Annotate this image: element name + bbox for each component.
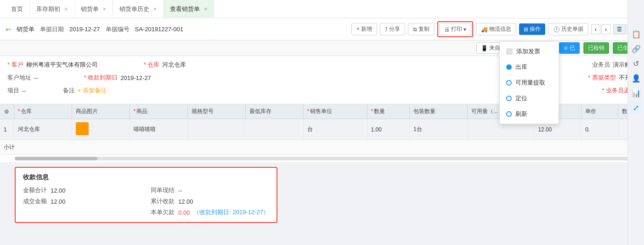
payment-grid: 金额合计 12.00 同单现结 -- 成交金额 12.00 累计收款 12.00 [23,186,269,217]
copy-icon: ⧉ [413,26,417,33]
print-label: 打印 [451,25,462,33]
dropdown-location[interactable]: 定位 [500,91,559,106]
view-list-btn[interactable]: ☰ [613,24,626,34]
copy-label: 复制 [418,25,429,33]
sidebar-icon-5[interactable]: 📊 [630,86,643,99]
payment-area: 收款信息 金额合计 12.00 同单现结 -- 成交金额 12.00 累计收款 … [0,162,644,232]
tab-home[interactable]: 首页 [5,0,30,18]
transaction-amount-label: 成交金额 [23,197,47,205]
available-qty-icon [506,80,512,85]
tab-sales-order[interactable]: 销货单 × [74,0,113,18]
customer-value: 柳州粤港平安气体有限公司 [26,61,98,69]
product-image [76,122,89,135]
refresh-label: 刷新 [515,110,527,118]
amount-total-label: 金额合计 [23,186,47,194]
tab-bar: 首页 库存期初 × 销货单 × 销货单历史 × 查看销货单 × × [0,0,644,18]
out-stock-label: 出库 [515,63,527,71]
share-label: 分享 [389,25,400,33]
out-stock-icon [506,64,512,70]
tab-sales-history-close[interactable]: × [153,6,157,12]
current-arrears-value: 0.00 [178,209,190,216]
print-chevron: ▾ [463,26,466,33]
scrollbar-thumb[interactable] [15,157,97,160]
toolbar-actions: + 新增 ⤴ 分享 ⧉ 复制 🖨 打印 ▾ 🚚 物流信息 ⊞ [351,21,638,37]
history-icon: 🕐 [553,26,560,33]
row-quantity: 1.00 [367,119,409,140]
col-unit-price: 单价 [582,104,618,119]
logistics-button[interactable]: 🚚 物流信息 [476,23,516,35]
location-label: 定位 [515,94,527,103]
payment-row-cumulative: 累计收款 12.00 [151,197,269,205]
col-product: *商品 [130,104,187,119]
tab-sales-history[interactable]: 销货单历史 × [113,0,164,18]
col-warehouse: *仓库 [14,104,72,119]
warehouse-label: * 仓库 [144,61,160,69]
subtotal-row: 小计 [0,140,644,155]
row-index: 1 [0,119,14,140]
payment-row-arrears: 本单欠款 0.00 （收款到期日: 2019-12-27） [151,208,269,217]
warehouse-group: * 仓库 河北仓库 [144,61,186,69]
due-date-value: 2019-12-27 [120,74,151,81]
col-spec: 规格型号 [187,104,245,119]
payment-row-transaction: 成交金额 12.00 [23,197,141,205]
payment-section: 收款信息 金额合计 12.00 同单现结 -- 成交金额 12.00 累计收款 … [15,167,277,223]
tab-sales-label: 销货单 [81,5,99,13]
payment-row-same-settle: 同单现结 -- [151,186,269,194]
tab-sales-history-label: 销货单历史 [119,5,149,13]
print-icon: 🖨 [444,26,450,33]
confirm-btn[interactable]: ⊙ 已 [559,42,580,54]
add-invoice-label: 添加发票 [516,47,540,56]
table-scrollbar[interactable] [0,155,644,162]
transaction-amount-value: 12.00 [51,198,66,205]
tab-inventory-close[interactable]: × [64,6,68,12]
cumulative-receipt-value: 12.00 [178,198,193,205]
cumulative-receipt-label: 累计收款 [151,197,175,205]
dropdown-out-stock[interactable]: 出库 [500,59,559,75]
tab-inventory-label: 库存期初 [36,5,60,13]
print-button[interactable]: 🖨 打印 ▾ [439,23,471,35]
sidebar-icon-1[interactable]: 📋 [630,28,643,40]
project-value: -- [22,87,26,94]
share-button[interactable]: ⤴ 分享 [380,23,405,35]
doc-number-value: SA-20191227-001 [135,26,184,33]
available-qty-label: 可用量提取 [515,79,545,87]
current-arrears-label: 本单欠款 [151,208,175,217]
add-note-btn[interactable]: + 添加备注 [78,86,107,95]
note-group: 备注 + 添加备注 [63,86,107,95]
sidebar-icon-4[interactable]: 👤 [630,72,643,85]
copy-button[interactable]: ⧉ 复制 [408,23,435,35]
logistics-icon: 🚚 [481,26,488,33]
col-min-stock: 最低库存 [245,104,303,119]
refresh-icon [506,111,512,117]
tab-inventory-init[interactable]: 库存期初 × [30,0,74,18]
doc-date-value: 2019-12-27 [69,26,100,33]
col-settings[interactable]: ⚙ [0,104,14,119]
scrollbar-track[interactable] [15,157,629,160]
operator-label: 业务员 [592,61,610,69]
payment-title: 收款信息 [23,173,269,182]
payment-row-amount: 金额合计 12.00 [23,186,141,194]
nav-arrows: ‹ › [591,24,610,34]
sidebar-icon-3[interactable]: ↺ [630,57,643,70]
dropdown-add-invoice[interactable]: 添加发票 [500,44,559,59]
tab-view-sales-close[interactable]: × [204,6,207,12]
dropdown-available-qty[interactable]: 可用量提取 [500,75,559,91]
dropdown-refresh[interactable]: 刷新 [500,106,559,122]
nav-next-btn[interactable]: › [601,24,610,34]
project-group: 项目 -- [7,86,26,95]
project-label: 项目 [7,86,19,95]
doc-type-icon: ↩ [6,26,11,33]
right-sidebar: 📋 🔗 ↺ 👤 📊 ⤢ [627,0,644,245]
doc-type-label: 销货单 [17,25,34,34]
nav-prev-btn[interactable]: ‹ [591,24,600,34]
sold-btn[interactable]: 已核销 [583,42,609,54]
sidebar-icon-expand[interactable]: ⤢ [630,101,643,114]
tab-view-sales[interactable]: 查看销货单 × [164,0,214,18]
tab-sales-close[interactable]: × [103,6,106,12]
customer-label: * 客户 [7,61,23,69]
operate-button[interactable]: ⊞ 操作 [519,23,545,35]
new-button[interactable]: + 新增 [351,23,377,35]
due-date-label: * 收款到期日 [84,74,118,82]
sidebar-icon-2[interactable]: 🔗 [630,42,643,55]
history-button[interactable]: 🕐 历史单据 [548,23,588,35]
